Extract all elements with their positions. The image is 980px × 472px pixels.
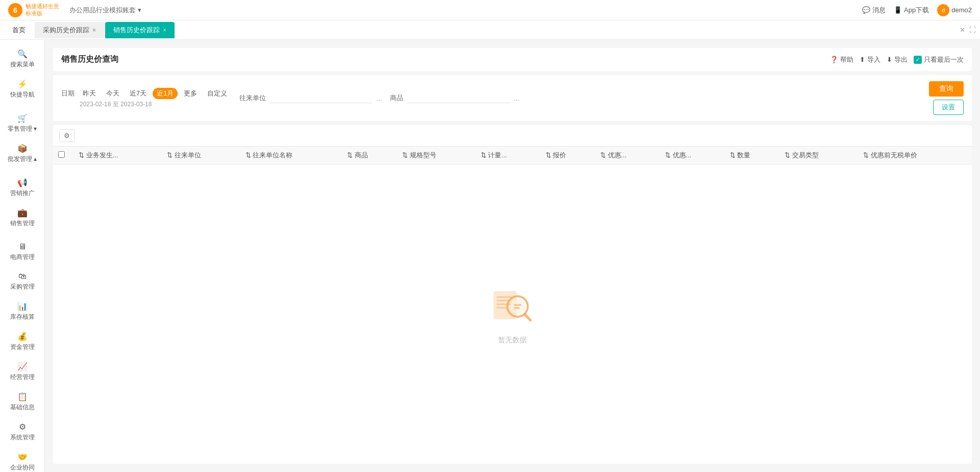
sidebar-item-purchase-label: 采购管理 bbox=[10, 282, 35, 291]
related-unit-dots[interactable]: ... bbox=[376, 95, 382, 102]
col-discount2[interactable]: ⇅ 优惠... bbox=[660, 147, 725, 164]
col-unit[interactable]: ⇅ 计量... bbox=[476, 147, 541, 164]
col-pre-tax-price[interactable]: ⇅ 优惠前无税单价 bbox=[858, 147, 972, 164]
sort-icon: ⇅ bbox=[246, 151, 251, 159]
basic-info-icon: 📋 bbox=[17, 392, 28, 402]
sort-icon: ⇅ bbox=[785, 151, 790, 159]
table-scroll: ⇅ 业务发生... ⇅ 往来单位 ⇅ 往来单位名称 bbox=[53, 147, 972, 164]
tab-purchase-history[interactable]: 采购历史价跟踪 × bbox=[35, 22, 104, 38]
product-group: 商品 ... bbox=[390, 93, 519, 103]
chevron-down-icon: ▾ bbox=[138, 6, 141, 14]
col-discount2-label: 优惠... bbox=[673, 151, 692, 159]
table-toolbar: ⚙ bbox=[53, 125, 972, 147]
app-download-btn[interactable]: 📱 App下载 bbox=[894, 6, 929, 15]
export-label: 导出 bbox=[894, 55, 908, 64]
tab-sales-history[interactable]: 销售历史价跟踪 × bbox=[105, 22, 175, 38]
sidebar-item-purchase[interactable]: 🛍 采购管理 bbox=[0, 267, 44, 296]
page-header-actions: ❓ 帮助 ⬆ 导入 ⬇ 导出 ✓ 只看最后一次 bbox=[830, 55, 964, 64]
download-icon: 📱 bbox=[894, 6, 902, 14]
col-quantity[interactable]: ⇅ 数量 bbox=[725, 147, 780, 164]
top-bar: 6 畅捷通好生意 标准版 办公用品行业模拟账套 ▾ 💬 消息 📱 App下载 d… bbox=[0, 0, 980, 20]
col-spec[interactable]: ⇅ 规格型号 bbox=[397, 147, 476, 164]
marketing-icon: 📢 bbox=[17, 178, 28, 187]
sort-icon: ⇅ bbox=[665, 151, 671, 159]
sidebar-item-search-menu[interactable]: 🔍 搜索菜单 bbox=[0, 44, 44, 74]
top-bar-left: 6 畅捷通好生意 标准版 办公用品行业模拟账套 ▾ bbox=[8, 3, 141, 17]
settings-btn[interactable]: 设置 bbox=[933, 100, 964, 115]
close-window-btn[interactable]: ✕ bbox=[960, 26, 965, 34]
export-btn[interactable]: ⬇ 导出 bbox=[887, 55, 908, 64]
logo-icon: 6 bbox=[8, 3, 22, 17]
sidebar-item-wholesale[interactable]: 📦 批发管理 ▴ bbox=[0, 138, 44, 169]
app-selector[interactable]: 办公用品行业模拟账套 ▾ bbox=[69, 6, 141, 15]
col-product[interactable]: ⇅ 商品 bbox=[342, 147, 397, 164]
sidebar-item-marketing-label: 营销推广 bbox=[10, 189, 35, 198]
sidebar-item-finance[interactable]: 💰 资金管理 bbox=[0, 326, 44, 357]
user-menu[interactable]: d demo2 bbox=[937, 4, 972, 16]
product-dots[interactable]: ... bbox=[513, 95, 519, 102]
date-btn-last7days[interactable]: 近7天 bbox=[126, 88, 151, 99]
date-btn-today[interactable]: 今天 bbox=[102, 88, 124, 99]
col-business-date[interactable]: ⇅ 业务发生... bbox=[74, 147, 162, 164]
sidebar-item-finance-label: 资金管理 bbox=[10, 343, 35, 351]
search-icon: 🔍 bbox=[17, 49, 28, 59]
col-unit-code[interactable]: ⇅ 往来单位 bbox=[162, 147, 240, 164]
tab-bar-actions: ✕ ⛶ bbox=[960, 26, 976, 34]
tab-purchase-history-close[interactable]: × bbox=[92, 27, 96, 34]
col-quantity-label: 数量 bbox=[737, 151, 750, 159]
view-only-toggle[interactable]: ✓ 只看最后一次 bbox=[914, 55, 964, 64]
sidebar-item-system[interactable]: ⚙ 系统管理 bbox=[0, 417, 44, 447]
sidebar-item-basic-info[interactable]: 📋 基础信息 bbox=[0, 387, 44, 417]
date-btn-more[interactable]: 更多 bbox=[180, 88, 201, 99]
col-trade-type[interactable]: ⇅ 交易类型 bbox=[779, 147, 858, 164]
sidebar-item-marketing[interactable]: 📢 营销推广 bbox=[0, 173, 44, 203]
col-unit-name[interactable]: ⇅ 往来单位名称 bbox=[240, 147, 342, 164]
sales-icon: 💼 bbox=[17, 208, 28, 218]
col-quoted-price[interactable]: ⇅ 报价 bbox=[541, 147, 596, 164]
sort-icon: ⇅ bbox=[546, 151, 551, 159]
sidebar-item-quick-nav[interactable]: ⚡ 快捷导航 bbox=[0, 74, 44, 104]
col-unit-label: 计量... bbox=[488, 151, 507, 159]
sidebar-item-enterprise-coop[interactable]: 🤝 企业协同 bbox=[0, 447, 44, 472]
sidebar-item-inventory[interactable]: 📊 库存核算 bbox=[0, 296, 44, 326]
sidebar-item-ecommerce[interactable]: 🖥 电商管理 bbox=[0, 237, 44, 267]
fullscreen-btn[interactable]: ⛶ bbox=[969, 26, 976, 34]
date-filters: 昨天 今天 近7天 近1月 更多 自定义 bbox=[79, 88, 231, 99]
select-all-checkbox[interactable] bbox=[58, 151, 65, 158]
col-checkbox[interactable] bbox=[53, 147, 74, 164]
col-spec-label: 规格型号 bbox=[410, 151, 436, 159]
svg-rect-2 bbox=[497, 300, 509, 301]
tab-sales-history-label: 销售历史价跟踪 bbox=[113, 26, 160, 35]
message-btn[interactable]: 💬 消息 bbox=[862, 6, 886, 15]
date-range-display: 2023-02-18 至 2023-03-18 bbox=[80, 100, 231, 109]
sidebar-item-system-label: 系统管理 bbox=[10, 433, 35, 442]
ecommerce-icon: 🖥 bbox=[18, 242, 27, 251]
product-label: 商品 bbox=[390, 93, 403, 103]
import-label: 导入 bbox=[867, 55, 880, 64]
related-unit-input[interactable] bbox=[270, 93, 372, 103]
filter-section: 日期 昨天 今天 近7天 近1月 更多 自定义 2023-02-18 至 202… bbox=[53, 75, 972, 121]
export-icon: ⬇ bbox=[887, 56, 892, 63]
sidebar-item-retail[interactable]: 🛒 零售管理 ▾ bbox=[0, 108, 44, 138]
product-input[interactable] bbox=[407, 93, 509, 103]
page-header: 销售历史价查询 ❓ 帮助 ⬆ 导入 ⬇ 导出 ✓ 只看最后一次 bbox=[53, 48, 972, 71]
col-quoted-price-label: 报价 bbox=[553, 151, 566, 159]
date-btn-custom[interactable]: 自定义 bbox=[203, 88, 231, 99]
import-btn[interactable]: ⬆ 导入 bbox=[860, 55, 880, 64]
tab-home[interactable]: 首页 bbox=[4, 22, 34, 38]
date-btn-yesterday[interactable]: 昨天 bbox=[79, 88, 100, 99]
query-btn[interactable]: 查询 bbox=[929, 81, 964, 97]
column-settings-btn[interactable]: ⚙ bbox=[59, 129, 75, 142]
sidebar-item-sales[interactable]: 💼 销售管理 bbox=[0, 203, 44, 233]
logo-text: 畅捷通好生意 标准版 bbox=[26, 3, 59, 16]
empty-svg-icon bbox=[489, 284, 535, 329]
tab-sales-history-close[interactable]: × bbox=[163, 27, 166, 34]
date-btn-last1month[interactable]: 近1月 bbox=[153, 88, 178, 99]
operations-icon: 📈 bbox=[17, 362, 28, 371]
svg-point-6 bbox=[510, 299, 525, 314]
col-discount1[interactable]: ⇅ 优惠... bbox=[595, 147, 660, 164]
sidebar-item-operations[interactable]: 📈 经营管理 bbox=[0, 357, 44, 387]
help-btn[interactable]: ❓ 帮助 bbox=[830, 55, 853, 64]
wholesale-icon: 📦 bbox=[17, 144, 28, 153]
col-discount1-label: 优惠... bbox=[608, 151, 627, 159]
